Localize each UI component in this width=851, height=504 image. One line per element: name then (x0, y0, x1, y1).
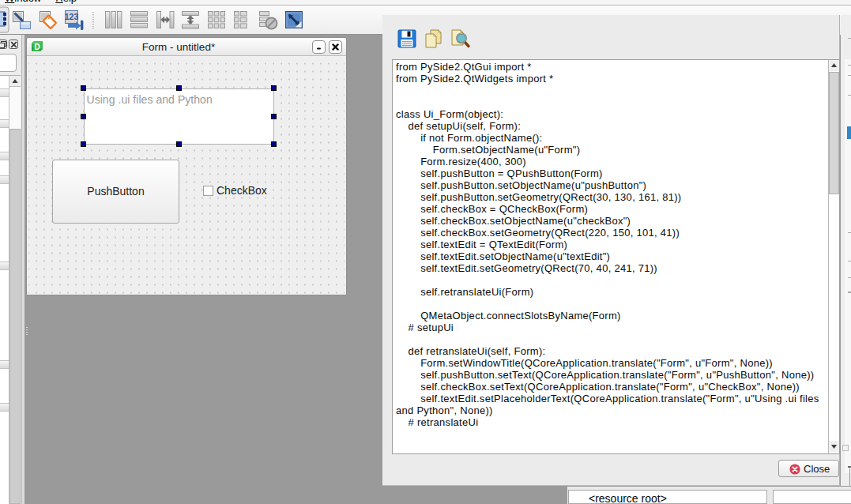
svg-text:123: 123 (65, 12, 79, 21)
